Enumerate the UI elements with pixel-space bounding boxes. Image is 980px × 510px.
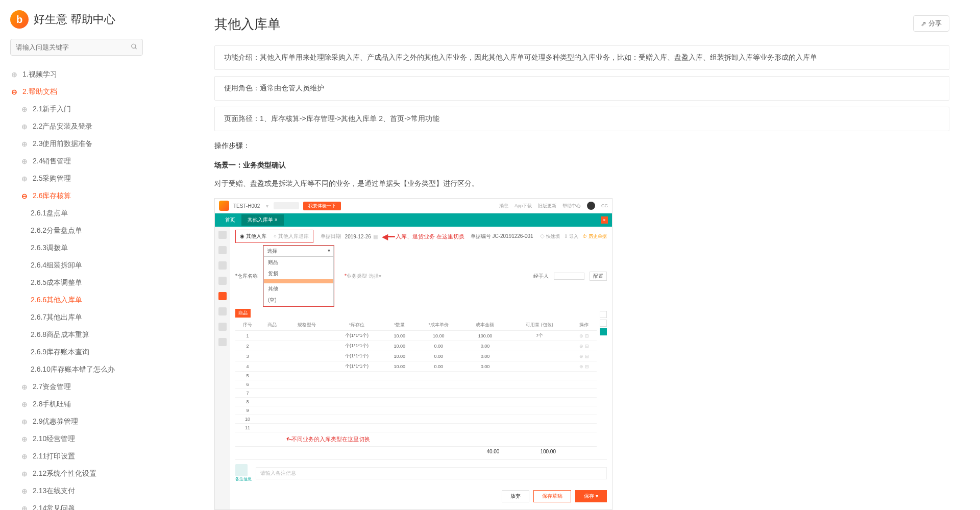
nav-2-6[interactable]: ⊖2.6库存核算	[10, 187, 153, 205]
scene1-text: 对于受赠、盘盈或是拆装入库等不同的业务，是通过单据头【业务类型】进行区分。	[214, 177, 949, 190]
plus-icon: ⊕	[20, 470, 29, 478]
table-row: 9	[235, 406, 597, 415]
ss-radio2-label: 其他入库退库	[278, 233, 309, 239]
nav-2-1[interactable]: ⊕2.1新手入门	[10, 101, 153, 118]
plus-icon: ⊕	[10, 70, 18, 79]
cell: 0.00	[414, 351, 463, 361]
nav-2-6-9[interactable]: 2.6.9库存账本查询	[10, 344, 153, 361]
share-icon: ⇗	[921, 20, 926, 28]
nav-2-6-8[interactable]: 2.6.8商品成本重算	[10, 326, 153, 344]
nav-label: 2.8手机旺铺	[33, 400, 71, 409]
nav-label: 2.6.8商品成本重算	[31, 330, 89, 339]
logo-icon: b	[10, 10, 29, 29]
ss-right-icons	[600, 311, 607, 335]
nav-2-6-6[interactable]: 2.6.6其他入库单	[10, 292, 153, 309]
nav-2-9[interactable]: ⊕2.9优惠券管理	[10, 413, 153, 430]
ss-annotation1: 入库、退货业务 在这里切换	[396, 233, 464, 240]
cell	[260, 372, 597, 380]
plus-icon: ⊕	[20, 123, 29, 131]
cell	[284, 331, 329, 341]
cell: 11	[235, 424, 260, 432]
cell: 0.00	[463, 341, 507, 351]
ss-tool-fast: ◇ 快速填	[540, 233, 560, 240]
nav-2-11[interactable]: ⊕2.11打印设置	[10, 448, 153, 465]
svg-point-0	[132, 44, 136, 48]
cell: 0.00	[463, 361, 507, 372]
table-row: 1个(1*1*1个)10.0010.00100.007个⊕ ⊟	[235, 331, 597, 341]
search-input[interactable]	[10, 39, 143, 56]
search-icon[interactable]	[131, 43, 138, 52]
table-row: 6	[235, 380, 597, 389]
cell: ⊕ ⊟	[572, 361, 597, 372]
table-row: 2个(1*1*1个)10.000.000.00⊕ ⊟	[235, 341, 597, 351]
nav-2-6-3[interactable]: 2.6.3调拨单	[10, 239, 153, 257]
nav-label: 1.视频学习	[22, 70, 57, 79]
ss-tab-label: 其他入库单	[248, 217, 273, 223]
cell: 7	[235, 389, 260, 398]
nav-2-6-4[interactable]: 2.6.4组装拆卸单	[10, 257, 153, 274]
share-label: 分享	[928, 19, 942, 28]
nav-2-13[interactable]: ⊕2.13在线支付	[10, 482, 153, 500]
nav-2-2[interactable]: ⊕2.2产品安装及登录	[10, 118, 153, 135]
nav-2-4[interactable]: ⊕2.4销售管理	[10, 153, 153, 170]
nav-2-10[interactable]: ⊕2.10经营管理	[10, 430, 153, 448]
label: 历史单据	[589, 234, 607, 239]
sidebar: b 好生意 帮助中心 ⊕1.视频学习 ⊖2.帮助文档 ⊕2.1新手入门 ⊕2.2…	[0, 0, 153, 510]
plus-icon: ⊕	[20, 504, 29, 510]
nav-2-6-1[interactable]: 2.6.1盘点单	[10, 205, 153, 222]
page-header: 其他入库单 ⇗ 分享	[214, 15, 949, 33]
nav-label: 2.帮助文档	[22, 87, 57, 96]
label: 快速填	[546, 234, 560, 239]
ss-tool-icon	[600, 311, 607, 318]
ss-tab-goods: 商品	[235, 309, 251, 318]
nav-helpdoc[interactable]: ⊖2.帮助文档	[10, 83, 153, 101]
ss-calendar-icon: ▦	[373, 234, 378, 239]
cell	[507, 341, 572, 351]
cell	[260, 406, 597, 415]
nav-2-7[interactable]: ⊕2.7资金管理	[10, 378, 153, 396]
ss-dd-item: 赠品	[264, 257, 333, 268]
nav-2-12[interactable]: ⊕2.12系统个性化设置	[10, 465, 153, 482]
ss-search	[274, 202, 299, 209]
ss-draft-btn: 保存草稿	[533, 490, 571, 502]
ss-dd-item: (空)	[264, 295, 333, 306]
ss-nav-icon	[218, 307, 227, 315]
table-row: 10	[235, 415, 597, 424]
nav-2-6-2[interactable]: 2.6.2分量盘点单	[10, 222, 153, 239]
ss-docnum-label: 单据编号	[471, 233, 491, 239]
share-button[interactable]: ⇗ 分享	[913, 15, 949, 32]
nav-2-3[interactable]: ⊕2.3使用前数据准备	[10, 135, 153, 153]
nav-label: 2.7资金管理	[33, 382, 71, 392]
ss-upgrade: 旧版更新	[538, 203, 556, 209]
nav-2-5[interactable]: ⊕2.5采购管理	[10, 170, 153, 187]
plus-icon: ⊕	[20, 383, 29, 391]
cell: 0.00	[463, 351, 507, 361]
cell	[507, 361, 572, 372]
cell: 10.00	[414, 331, 463, 341]
ss-dd-item: 其他	[264, 283, 333, 295]
table-row: 4个(1*1*1个)10.000.000.00⊕ ⊟	[235, 361, 597, 372]
ss-warehouse-label: *仓库名称	[235, 273, 258, 280]
ss-topbar: TEST-H002 ▾ 我要体验一下 消息 App下载 旧版更新 帮助中心 CC	[215, 199, 612, 213]
nav-label: 2.6库存核算	[33, 191, 71, 201]
nav-2-8[interactable]: ⊕2.8手机旺铺	[10, 396, 153, 413]
cell	[260, 424, 597, 432]
ss-biztype-lbl2: *业务类型 选择▾	[345, 273, 381, 280]
label: 保存	[584, 493, 594, 499]
nav-2-6-10[interactable]: 2.6.10库存账本错了怎么办	[10, 361, 153, 378]
ss-nav-icon	[218, 246, 227, 254]
ss-discard-btn: 放弃	[502, 490, 529, 502]
table-row: 11	[235, 424, 597, 432]
cell: 个(1*1*1个)	[329, 341, 384, 351]
cell	[260, 351, 284, 361]
ss-totals-row: 40.00 100.00	[235, 446, 597, 456]
ss-help: 帮助中心	[562, 203, 581, 209]
ss-experience-btn: 我要体验一下	[303, 202, 341, 210]
nav-2-14[interactable]: ⊕2.14常见问题	[10, 500, 153, 510]
ss-dropdown-list: 赠品 货损 其他 (空)	[263, 257, 334, 306]
cell	[260, 361, 284, 372]
nav-2-6-7[interactable]: 2.6.7其他出库单	[10, 309, 153, 326]
th: 操作	[572, 320, 597, 331]
nav-2-6-5[interactable]: 2.6.5成本调整单	[10, 274, 153, 292]
nav-video[interactable]: ⊕1.视频学习	[10, 66, 153, 83]
